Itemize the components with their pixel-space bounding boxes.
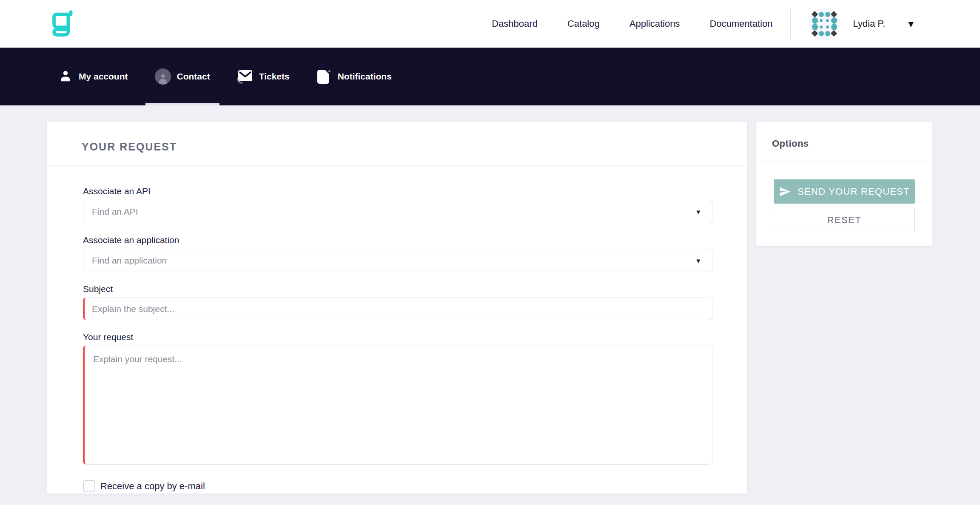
nav-applications[interactable]: Applications: [630, 18, 680, 29]
nav-dashboard[interactable]: Dashboard: [492, 18, 538, 29]
user-menu-chevron-down-icon[interactable]: ▼: [906, 20, 915, 28]
api-field-label: Associate an API: [83, 186, 712, 197]
user-avatar[interactable]: [809, 8, 840, 40]
person-icon: [58, 69, 73, 84]
header-divider: [790, 9, 791, 39]
nav-catalog[interactable]: Catalog: [567, 18, 600, 29]
tab-label: My account: [79, 71, 128, 82]
copy-email-row: Receive a copy by e-mail: [83, 480, 712, 492]
copy-email-label: Receive a copy by e-mail: [100, 481, 205, 492]
page-content: YOUR REQUEST Associate an API ▼ Associat…: [0, 105, 980, 505]
send-request-label: SEND YOUR REQUEST: [798, 186, 909, 197]
options-title: Options: [772, 138, 809, 149]
primary-nav: Dashboard Catalog Applications Documenta…: [492, 18, 772, 29]
tab-contact[interactable]: Contact: [155, 48, 210, 105]
request-card-header: YOUR REQUEST: [47, 122, 747, 166]
api-field-group: Associate an API ▼: [83, 186, 712, 223]
top-header: Dashboard Catalog Applications Documenta…: [0, 0, 980, 48]
page-title: YOUR REQUEST: [82, 141, 177, 153]
request-form-card: YOUR REQUEST Associate an API ▼ Associat…: [47, 122, 747, 494]
notification-dot-icon: [327, 69, 332, 74]
tab-label: Contact: [177, 71, 210, 82]
reset-label: RESET: [827, 215, 862, 226]
application-field-group: Associate an application ▼: [83, 235, 712, 272]
request-field-label: Your request: [83, 332, 712, 343]
send-request-button[interactable]: SEND YOUR REQUEST: [774, 179, 915, 204]
send-icon: [779, 186, 791, 198]
request-textarea[interactable]: [83, 346, 712, 465]
mail-icon: [237, 69, 253, 84]
options-panel: Options SEND YOUR REQUEST RESET: [756, 122, 932, 246]
options-body: SEND YOUR REQUEST RESET: [756, 162, 932, 232]
nav-documentation[interactable]: Documentation: [709, 18, 772, 29]
options-header: Options: [756, 122, 932, 162]
avatar-circle-icon: [155, 68, 171, 85]
tab-tickets[interactable]: Tickets: [237, 48, 290, 105]
tab-label: Tickets: [259, 71, 290, 82]
user-name[interactable]: Lydia P.: [853, 18, 885, 29]
api-select[interactable]: [83, 200, 712, 223]
request-field-group: Your request: [83, 332, 712, 466]
contact-form: Associate an API ▼ Associate an applicat…: [47, 186, 747, 492]
gravitee-logo-icon[interactable]: [50, 9, 73, 39]
subject-field-label: Subject: [83, 284, 712, 295]
subject-field-group: Subject: [83, 284, 712, 320]
application-field-label: Associate an application: [83, 235, 712, 246]
tab-my-account[interactable]: My account: [58, 48, 128, 105]
subject-input[interactable]: [83, 298, 712, 320]
tab-label: Notifications: [338, 71, 392, 82]
copy-email-checkbox[interactable]: [83, 480, 95, 492]
tab-notifications[interactable]: Notifications: [316, 48, 392, 105]
application-select[interactable]: [83, 249, 712, 272]
document-icon: [316, 69, 332, 84]
account-tab-bar: My account Contact Tickets Notifications: [0, 48, 980, 105]
reset-button[interactable]: RESET: [774, 208, 915, 232]
avatar-identicon-icon: [812, 11, 837, 37]
